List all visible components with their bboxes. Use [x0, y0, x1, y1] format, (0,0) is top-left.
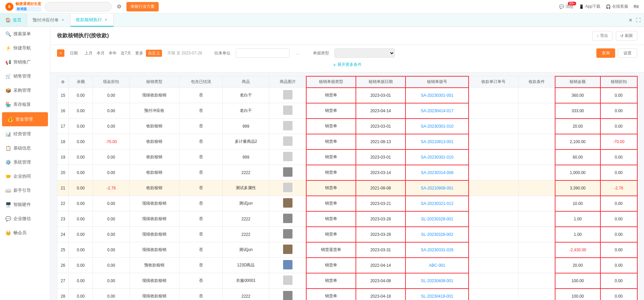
- tab-prepay[interactable]: 预付冲应付单 ✕: [27, 13, 70, 27]
- message-icon: 💬: [559, 4, 564, 9]
- tab-home[interactable]: 🏠 首页: [0, 13, 27, 27]
- row-id: 22: [57, 196, 69, 211]
- sidebar-item-system[interactable]: ⚙️ 系统管理: [0, 155, 50, 169]
- bill-no-link[interactable]: SA-20230301-010: [421, 124, 453, 129]
- message-btn[interactable]: 💬 消息 99+: [559, 4, 574, 9]
- row-cancel-bill-no[interactable]: SA-20230314-008: [406, 165, 469, 180]
- date-btn-last-month[interactable]: 上月: [83, 50, 94, 57]
- expand-more-conditions[interactable]: ∨ 展开更多条件: [57, 60, 637, 69]
- bill-no-link[interactable]: SA-20230301-010: [421, 155, 453, 160]
- bill-no-link[interactable]: SL-20230328-002: [421, 232, 453, 237]
- brand-icon: 6: [5, 3, 13, 11]
- bill-no-link[interactable]: SA-20230301-001: [421, 93, 453, 98]
- tab-close-receipt[interactable]: ✕: [104, 17, 108, 22]
- row-cancel-discount: -70.00: [600, 134, 637, 149]
- date-btn-more[interactable]: 更多: [134, 50, 145, 57]
- business-icon: 📊: [5, 131, 11, 137]
- bill-no-link[interactable]: ABC-001: [429, 263, 445, 268]
- row-cancel-bill-no[interactable]: SA-20210808-001: [406, 180, 469, 196]
- sidebar-item-guide[interactable]: 📖 新手引导: [0, 183, 50, 198]
- row-id: 15: [57, 88, 69, 103]
- sidebar-item-business[interactable]: 📊 经营管理: [0, 127, 50, 141]
- sidebar-item-basic[interactable]: 📋 基础信息: [0, 141, 50, 155]
- row-cancel-bill-no[interactable]: SL-20230328-001: [406, 211, 469, 227]
- sidebar-item-wechat[interactable]: 💬 企业微信: [0, 212, 50, 226]
- bill-no-link[interactable]: SA-20230331-026: [421, 248, 453, 252]
- brand-name: 畅捷通谱好生意 标准版: [15, 1, 41, 12]
- sidebar-item-purchase[interactable]: 📦 采购管理: [0, 83, 50, 97]
- row-cancel-type: 现续收款核销: [129, 227, 179, 242]
- col-settings[interactable]: ⚙: [57, 76, 69, 88]
- row-cancel-bill-no[interactable]: SA-20210813-001: [406, 134, 469, 149]
- row-include-settled: 否: [179, 211, 222, 227]
- bill-no-link[interactable]: SA-20230414-017: [421, 109, 453, 113]
- row-cancel-bill-date: 2023-03-01: [356, 119, 406, 134]
- bill-no-link[interactable]: SA-20210813-001: [421, 139, 453, 144]
- bill-no-link[interactable]: SL-20230328-001: [421, 217, 453, 221]
- sidebar-item-hardware[interactable]: 🖥️ 智能硬件: [0, 198, 50, 212]
- row-receipt-order-no: [469, 149, 518, 165]
- bill-no-link[interactable]: SL-20230408-001: [421, 278, 453, 283]
- row-cancel-bill-no[interactable]: SA-20230321-012: [406, 196, 469, 211]
- table-row: 27 0.00 0.00 现续收款核销 否 衣服00001 销货单 2023-0…: [57, 273, 637, 289]
- bill-no-link[interactable]: SA-20230321-012: [421, 201, 453, 206]
- sidebar-item-member[interactable]: 👑 畅会员: [0, 226, 50, 240]
- row-cash-discount: 0.00: [93, 165, 129, 180]
- app-download-btn[interactable]: 📱 App下载: [579, 4, 600, 9]
- date-btn-this-year[interactable]: 本年: [107, 50, 118, 57]
- date-btn-this-month[interactable]: 本月: [95, 50, 106, 57]
- refresh-btn[interactable]: ↺ 刷新: [616, 31, 637, 41]
- top-search-input[interactable]: [45, 2, 112, 11]
- row-cancel-bill-no[interactable]: SA-20230331-026: [406, 242, 469, 258]
- setting-btn[interactable]: 设置: [618, 48, 637, 58]
- row-cancel-discount: 0.00: [600, 289, 637, 300]
- row-receipt-order-no: [469, 289, 518, 300]
- tab-close-all-btn[interactable]: ✕: [629, 17, 633, 23]
- filter-area: » 日期 上月 本月 本年 近7天 更多 自定义 不限 至 2023-07-26…: [50, 45, 644, 73]
- row-product-image: [269, 180, 306, 196]
- tab-receipt-cancel[interactable]: 收款核销执行 ✕: [70, 13, 114, 27]
- row-cancel-bill-no[interactable]: SL-20230408-001: [406, 273, 469, 289]
- row-cancel-bill-no[interactable]: SA-20230301-001: [406, 88, 469, 103]
- sidebar-item-finance[interactable]: 💰 资金管理: [2, 112, 48, 126]
- date-btn-custom[interactable]: 自定义: [146, 50, 162, 57]
- row-cancel-bill-no[interactable]: ABC-001: [406, 258, 469, 273]
- sidebar-item-enterprise[interactable]: 🤝 企业协同: [0, 169, 50, 183]
- settings-icon-btn[interactable]: ⚙: [114, 2, 124, 11]
- tab-close-prepay[interactable]: ✕: [61, 17, 65, 23]
- search-icon: 🔍: [5, 31, 11, 37]
- sidebar-item-inventory[interactable]: 🏪 库存核算: [0, 97, 50, 112]
- row-balance: 0.00: [69, 119, 93, 134]
- row-cancel-bill-date: 2023-04-08: [356, 273, 406, 289]
- online-service-btn[interactable]: 🎧 在线客服: [606, 4, 628, 9]
- row-receipt-condition: [518, 88, 555, 103]
- row-cancel-bill-no[interactable]: SL-20230328-002: [406, 227, 469, 242]
- row-id: 18: [57, 134, 69, 149]
- export-btn[interactable]: ↑ 导出: [592, 31, 612, 41]
- filter-expand-btn[interactable]: »: [57, 49, 64, 57]
- counterpart-input[interactable]: [236, 48, 289, 58]
- row-cancel-bill-no[interactable]: SA-20230414-017: [406, 103, 469, 119]
- sidebar-item-marketing[interactable]: 📢 营销推广: [0, 55, 50, 69]
- query-btn[interactable]: 查询: [596, 48, 615, 58]
- sidebar-item-search-menu[interactable]: 🔍 搜索菜单: [0, 27, 50, 41]
- product-image: [283, 229, 292, 239]
- tab-fullscreen-btn[interactable]: ⛶: [636, 17, 641, 23]
- row-cancel-amount: 100.00: [555, 273, 600, 289]
- row-cancel-bill-no[interactable]: SA-20230301-010: [406, 119, 469, 134]
- row-receipt-order-no: [469, 134, 518, 149]
- row-product: 999: [222, 149, 269, 165]
- row-cancel-bill-no[interactable]: SA-20230301-010: [406, 149, 469, 165]
- row-cancel-bill-no[interactable]: SL-20230418-001: [406, 289, 469, 300]
- bill-no-link[interactable]: SA-20230314-008: [421, 170, 453, 175]
- row-id: 19: [57, 149, 69, 165]
- row-product: 999: [222, 119, 269, 134]
- bill-no-link[interactable]: SA-20210808-001: [421, 186, 453, 190]
- industry-btn[interactable]: 体验行业方案: [126, 2, 159, 11]
- bill-type-select[interactable]: [334, 48, 395, 58]
- sidebar-item-sales[interactable]: 🛒 销售管理: [0, 69, 50, 83]
- date-btn-7days[interactable]: 近7天: [119, 50, 132, 57]
- bill-no-link[interactable]: SL-20230418-001: [421, 294, 453, 299]
- top-bar-right: 💬 消息 99+ 📱 App下载 🎧 在线客服 Rit: [559, 4, 639, 9]
- sidebar-item-quick-nav[interactable]: ⚡ 快捷导航: [0, 41, 50, 55]
